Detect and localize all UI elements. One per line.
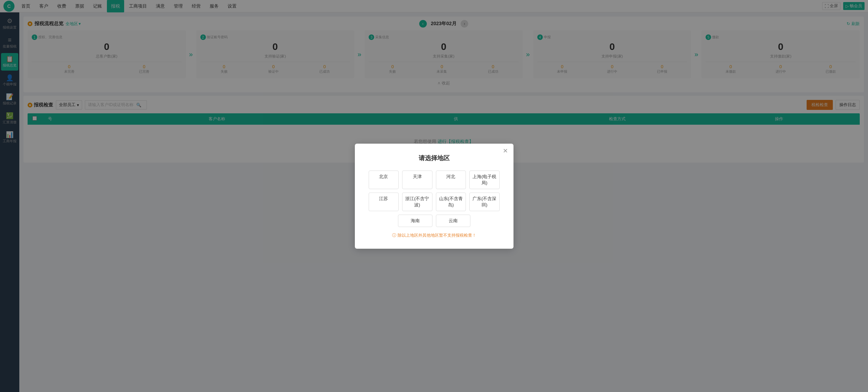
region-zhejiang[interactable]: 浙江(不含宁波) — [402, 193, 432, 211]
region-hebei[interactable]: 河北 — [436, 171, 466, 189]
modal-title: 请选择地区 — [369, 154, 500, 162]
region-guangdong[interactable]: 广东(不含深圳) — [469, 193, 500, 211]
region-grid-row3: 海南 云南 — [369, 215, 500, 227]
region-select-modal: ✕ 请选择地区 北京 天津 河北 上海(电子税局) 江苏 浙江(不含宁波) 山东… — [355, 144, 513, 249]
region-grid-row2: 江苏 浙江(不含宁波) 山东(不含青岛) 广东(不含深圳) — [369, 193, 500, 211]
region-hainan[interactable]: 海南 — [398, 215, 432, 227]
region-shanghai[interactable]: 上海(电子税局) — [469, 171, 500, 189]
region-shandong[interactable]: 山东(不含青岛) — [436, 193, 466, 211]
region-jiangsu[interactable]: 江苏 — [369, 193, 399, 211]
modal-close-button[interactable]: ✕ — [503, 148, 508, 154]
region-grid-row1: 北京 天津 河北 上海(电子税局) — [369, 171, 500, 189]
modal-overlay[interactable]: ✕ 请选择地区 北京 天津 河北 上海(电子税局) 江苏 浙江(不含宁波) 山东… — [0, 0, 868, 392]
modal-warning: ⓘ 除以上地区外其他地区暂不支持报税检查！ — [369, 233, 500, 238]
region-tianjin[interactable]: 天津 — [402, 171, 432, 189]
region-yunnan[interactable]: 云南 — [436, 215, 470, 227]
region-beijing[interactable]: 北京 — [369, 171, 399, 189]
warning-icon: ⓘ — [392, 233, 396, 238]
